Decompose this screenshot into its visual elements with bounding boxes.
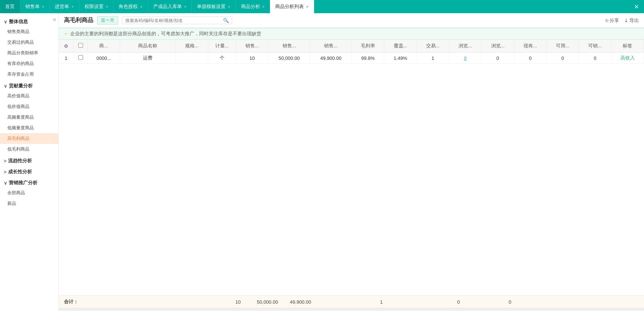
sidebar-group-label-text: 流趋性分析 — [8, 158, 32, 164]
info-bar: ✧ 企业的主要的利润都是这部分商品创造的，可考虑加大推广，同时关注库存是不要出现… — [59, 28, 644, 40]
tab-close-icon-product-analysis-list[interactable]: × — [306, 4, 308, 9]
footer-cell-sales_amount: 50,000.00 — [251, 299, 284, 305]
chevron-icon: > — [4, 169, 7, 175]
chevron-icon: ∨ — [4, 19, 7, 25]
cell-sales_amount: 50,000.00 — [268, 53, 310, 64]
top-nav: 首页销售单×进货单×权限设置×角色授权×产成品入库单×单据模板设置×商品分析×商… — [0, 0, 644, 13]
main-layout: « ∨整体信息销售类商品交易过的商品商品分类助销率有库存的商品库存资金占用∨贡献… — [0, 13, 644, 311]
col-header-saleable[interactable]: 可销... — [579, 40, 611, 53]
cell-sales_qty: 10 — [236, 53, 268, 64]
sidebar-item-high-profit-goods[interactable]: 高毛利商品 — [0, 133, 58, 144]
sidebar-item-low-freq-goods[interactable]: 低频量度商品 — [0, 123, 58, 133]
tab-permission-settings[interactable]: 权限设置× — [79, 0, 114, 13]
tag-label: 高收入 — [620, 55, 635, 61]
share-button[interactable]: ⎋ 分享 — [605, 17, 619, 24]
sidebar-collapse-button[interactable]: « — [53, 16, 56, 23]
tab-close-icon-product-warehouse[interactable]: × — [184, 4, 186, 9]
tab-product-analysis-list[interactable]: 商品分析列表× — [270, 0, 314, 13]
bottom-scrollbar[interactable] — [59, 308, 644, 311]
tab-product-warehouse[interactable]: 产成品入库单× — [148, 0, 192, 13]
chevron-icon: ∨ — [4, 83, 7, 89]
tab-close-icon-product-analysis[interactable]: × — [262, 4, 265, 9]
footer-cell-trade_count: 1 — [368, 299, 394, 305]
sidebar-item-new-goods[interactable]: 新品 — [0, 198, 58, 209]
tab-close-icon-role-permission[interactable]: × — [140, 4, 142, 9]
sidebar-item-goods-helper-rate[interactable]: 商品分类助销率 — [0, 48, 58, 58]
sidebar-group-label-text: 营销推广分析 — [9, 180, 37, 186]
cell-unit: 个 — [208, 53, 236, 64]
col-header-available1[interactable]: 现有... — [514, 40, 546, 53]
content-header: 高毛利商品 近一月 🔍 ⎋ 分享 ⤓ 导出 — [59, 13, 644, 28]
info-message: 企业的主要的利润都是这部分商品创造的，可考虑加大推广，同时关注库存是不要出现缺货 — [70, 30, 261, 37]
footer-cell-sales_cost: 49,900.00 — [284, 299, 317, 305]
col-header-settings[interactable]: ⚙ — [59, 40, 73, 53]
col-header-sales_cost[interactable]: 销售... — [310, 40, 352, 53]
sidebar-group-label-text: 贡献量分析 — [9, 83, 33, 89]
row-checkbox[interactable] — [78, 55, 83, 60]
filter-button[interactable]: 近一月 — [97, 16, 118, 25]
sidebar-group-整体信息[interactable]: ∨整体信息 — [0, 15, 58, 26]
cell-browse2: 0 — [482, 53, 514, 64]
sidebar-group-贡献量分析[interactable]: ∨贡献量分析 — [0, 80, 58, 91]
tab-purchase[interactable]: 进货单× — [50, 0, 79, 13]
tab-sales[interactable]: 销售单× — [20, 0, 50, 13]
chevron-icon: ∨ — [4, 180, 7, 186]
col-header-available2[interactable]: 可用... — [546, 40, 579, 53]
sidebar-item-all-goods[interactable]: 全部商品 — [0, 188, 58, 198]
export-icon: ⤓ — [624, 18, 628, 23]
sidebar-item-traded-goods[interactable]: 交易过的商品 — [0, 37, 58, 48]
cell-num: 1 — [59, 53, 73, 64]
col-header-unit[interactable]: 计量... — [208, 40, 236, 53]
tab-close-icon-template-settings[interactable]: × — [228, 4, 230, 9]
tab-close-icon-purchase[interactable]: × — [71, 4, 73, 9]
col-header-browse1[interactable]: 浏览... — [449, 40, 481, 53]
col-header-cover_rate[interactable]: 覆盖... — [384, 40, 417, 53]
export-button[interactable]: ⤓ 导出 — [624, 17, 639, 24]
browse-link[interactable]: 0 — [464, 55, 467, 61]
col-header-sales_amount[interactable]: 销售... — [268, 40, 310, 53]
chevron-icon: > — [4, 158, 7, 164]
tab-close-icon-permission-settings[interactable]: × — [106, 4, 108, 9]
cell-name: 运费 — [120, 53, 176, 64]
select-all-checkbox[interactable] — [78, 43, 83, 48]
sidebar-item-stock-capital[interactable]: 库存资金占用 — [0, 69, 58, 80]
sidebar-group-label-text: 成长性分析 — [8, 169, 32, 175]
cell-saleable: 0 — [579, 53, 611, 64]
col-header-name[interactable]: 商品名称 — [120, 40, 176, 53]
sidebar-item-high-freq-goods[interactable]: 高频量度商品 — [0, 112, 58, 123]
sidebar-item-low-value-goods[interactable]: 低价值商品 — [0, 101, 58, 112]
header-actions: ⎋ 分享 ⤓ 导出 — [605, 17, 639, 24]
col-header-tag[interactable]: 标签 — [611, 40, 644, 53]
col-header-spec[interactable]: 规格... — [176, 40, 208, 53]
sidebar-item-in-stock-goods[interactable]: 有库存的商品 — [0, 58, 58, 69]
sidebar-group-成长性分析[interactable]: >成长性分析 — [0, 166, 58, 177]
footer-cell-saleable: 0 — [497, 299, 523, 305]
tab-close-icon-sales[interactable]: × — [42, 4, 44, 9]
search-icon[interactable]: 🔍 — [223, 18, 229, 23]
footer-bar: 合计： 1050,000.0049,900.00100 — [59, 295, 644, 308]
cell-tag: 高收入 — [611, 53, 644, 64]
sidebar-item-high-value-goods[interactable]: 高价值商品 — [0, 91, 58, 101]
search-input[interactable] — [125, 18, 223, 23]
sidebar-item-sales-goods[interactable]: 销售类商品 — [0, 26, 58, 37]
sidebar-group-流趋性分析[interactable]: >流趋性分析 — [0, 155, 58, 166]
tab-product-analysis[interactable]: 商品分析× — [236, 0, 270, 13]
col-header-gross_rate[interactable]: 毛利率 — [352, 40, 384, 53]
page-title: 高毛利商品 — [64, 17, 93, 24]
col-header-browse2[interactable]: 浏览... — [482, 40, 514, 53]
sidebar-item-low-profit-goods[interactable]: 低毛利商品 — [0, 144, 58, 155]
col-header-checkbox[interactable] — [73, 40, 87, 53]
window-close-button[interactable]: ✕ — [629, 3, 644, 10]
cell-available1: 0 — [514, 53, 546, 64]
tab-home[interactable]: 首页 — [0, 0, 20, 13]
sidebar-group-营销推广分析[interactable]: ∨营销推广分析 — [0, 177, 58, 188]
footer-cell-sales_qty: 10 — [225, 299, 251, 305]
table-wrapper[interactable]: ⚙商...商品名称规格...计量...销售...销售...销售...毛利率覆盖.… — [59, 40, 644, 295]
col-header-sales_qty[interactable]: 销售... — [236, 40, 268, 53]
cell-browse1: 0 — [449, 53, 481, 64]
tab-template-settings[interactable]: 单据模板设置× — [192, 0, 235, 13]
col-header-trade_count[interactable]: 交易... — [417, 40, 449, 53]
tab-role-permission[interactable]: 角色授权× — [114, 0, 148, 13]
col-header-code[interactable]: 商... — [87, 40, 120, 53]
cell-available2: 0 — [546, 53, 579, 64]
